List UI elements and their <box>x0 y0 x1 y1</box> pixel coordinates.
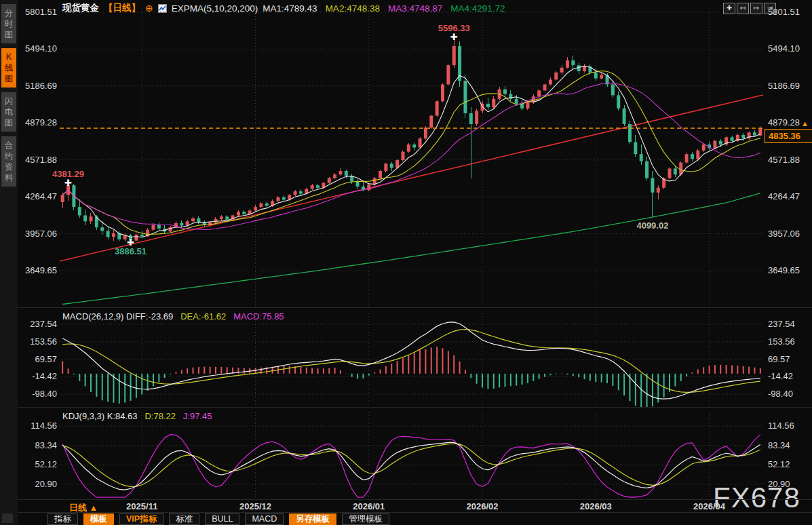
macd-axis-label: 153.56 <box>18 337 57 347</box>
month-label: 2025/12 <box>239 501 271 511</box>
price-axis-label: 4264.47 <box>18 192 57 201</box>
macd-axis-label: -98.40 <box>768 389 810 399</box>
panel-divider <box>18 307 812 308</box>
price-axis-label: 4264.47 <box>768 192 810 201</box>
macd-axis-label: -98.40 <box>18 389 57 399</box>
kdj-axis-label: 83.34 <box>768 441 810 450</box>
macd-axis-label: 69.57 <box>18 355 57 364</box>
kdj-header[interactable]: KDJ(9,3,3) K:84.63 D:78.22 J:97.45 <box>62 411 212 421</box>
toolbar-button-3[interactable]: 标准 <box>169 513 199 525</box>
macd-axis-label: 237.54 <box>18 319 57 329</box>
sidebar-item-2[interactable]: 闪电图 <box>1 92 16 132</box>
current-price-badge: 4835.36 <box>765 129 812 143</box>
price-axis-label: 4571.88 <box>768 155 810 165</box>
kdj-axis-label: 20.90 <box>18 480 57 489</box>
kdj-j-label: J:97.45 <box>183 411 212 421</box>
macd-header[interactable]: MACD(26,12,9) DIFF:-23.69 DEA:-61.62 MAC… <box>62 311 284 322</box>
kdj-panel[interactable] <box>60 412 763 499</box>
price-axis-label: 3649.65 <box>768 266 810 275</box>
kdj-axis-label: 52.12 <box>768 460 810 469</box>
price-axis-label: 4879.28 <box>18 118 57 128</box>
month-label: 2026/01 <box>353 501 385 511</box>
corner-cell <box>2 513 13 523</box>
toolbar-button-2[interactable]: VIP指标 <box>119 513 163 525</box>
month-label: 2026/04 <box>693 501 725 511</box>
price-axis-label: 4879.28 <box>768 118 810 128</box>
toolbar-button-6[interactable]: 另存模板 <box>289 513 336 525</box>
macd-dea-label: DEA:-61.62 <box>180 311 226 322</box>
toolbar-button-4[interactable]: BULL <box>205 513 239 525</box>
macd-axis-label: 69.57 <box>768 355 810 364</box>
macd-axis-label: 237.54 <box>768 319 810 329</box>
kdj-axis-label: 83.34 <box>18 441 57 450</box>
panel-divider <box>18 512 812 513</box>
price-axis-label: 3957.06 <box>18 229 57 239</box>
price-axis-label: 3649.65 <box>18 266 57 275</box>
price-axis-label: 3957.06 <box>768 229 810 239</box>
toolbar-button-5[interactable]: MACD <box>245 513 284 525</box>
kdj-axis-label: 52.12 <box>18 460 57 469</box>
macd-axis-label: -14.42 <box>768 372 810 381</box>
main-candlestick-chart[interactable] <box>60 5 763 307</box>
panel-divider <box>18 407 812 408</box>
sidebar: 分时图K线图闪电图合约资料 <box>0 0 18 525</box>
kdj-axis-label: 114.56 <box>18 421 57 431</box>
price-axis-label: 5801.51 <box>768 7 810 17</box>
price-axis-label: 5186.69 <box>768 81 810 91</box>
price-axis-label: 5494.10 <box>18 44 57 54</box>
price-axis-label: 5494.10 <box>768 44 810 54</box>
macd-main-label: MACD(26,12,9) DIFF:-23.69 <box>62 311 173 322</box>
sidebar-item-3[interactable]: 合约资料 <box>1 136 16 187</box>
chart-app: 分时图K线图闪电图合约资料 现货黄金 【日线】 ⊕ EXPMA(5,10,20,… <box>0 0 812 525</box>
bottom-toolbar: 指标模板VIP指标标准BULLMACD另存模板管理模板 <box>47 513 389 525</box>
macd-axis-label: -14.42 <box>18 372 57 381</box>
price-axis-label: 4571.88 <box>18 155 57 165</box>
price-axis-label: 5186.69 <box>18 81 57 91</box>
kdj-axis-label: 114.56 <box>768 421 810 431</box>
toolbar-button-1[interactable]: 模板 <box>83 513 114 525</box>
kdj-axis-label: 20.90 <box>768 480 810 489</box>
macd-panel[interactable] <box>60 313 763 407</box>
kdj-main-label: KDJ(9,3,3) K:84.63 <box>62 411 138 421</box>
sidebar-item-0[interactable]: 分时图 <box>1 4 16 43</box>
month-label: 2026/03 <box>580 501 612 511</box>
month-label: 2025/11 <box>126 501 157 511</box>
panel-divider <box>18 499 812 500</box>
kdj-d-label: D:78.22 <box>144 411 176 421</box>
sidebar-item-1[interactable]: K线图 <box>1 48 16 88</box>
toolbar-button-7[interactable]: 管理模板 <box>342 513 389 525</box>
price-axis-label: 5801.51 <box>18 7 57 17</box>
macd-macd-label: MACD:75.85 <box>233 311 284 322</box>
toolbar-button-0[interactable]: 指标 <box>47 513 78 525</box>
month-label: 2026/02 <box>467 501 499 511</box>
macd-axis-label: 153.56 <box>768 337 810 347</box>
